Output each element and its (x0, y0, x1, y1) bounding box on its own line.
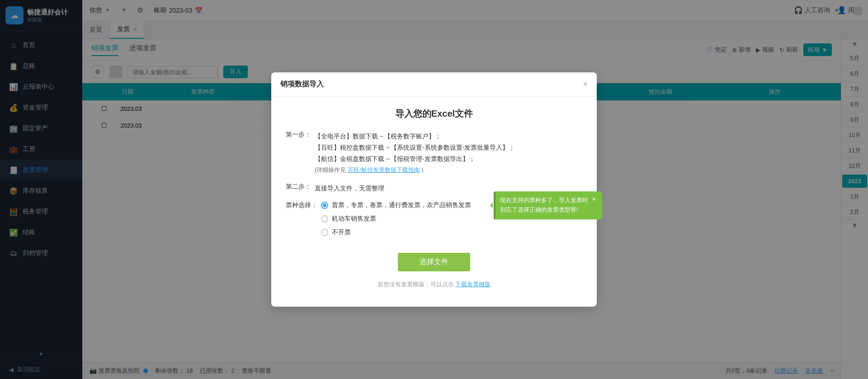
select-file-button[interactable]: 选择文件 (398, 253, 470, 271)
tooltip-bubble: × 现在支持的票种多了，导入发票时别忘了选择正确的发票类型呀! (494, 191, 602, 219)
ticket-select-row: 票种选择： 普票，专票，卷票，通行费发票，农产品销售发票 × 现在支持的票种多了… (286, 201, 582, 242)
modal-header: 销项数据导入 × (271, 72, 597, 97)
radio-motor-label: 机动车销售发票 (332, 215, 376, 223)
step2-content: 直接导入文件，无需整理 (315, 183, 384, 194)
step1-row: 第一步： 【全电平台】数据下载→【税务数字账户】； 【百旺】税控盘数据下载→【系… (286, 131, 582, 175)
radio-motor[interactable]: 机动车销售发票 (321, 215, 471, 223)
modal-overlay[interactable]: 销项数据导入 × 导入您的Excel文件 第一步： 【全电平台】数据下载→【税务… (0, 0, 868, 379)
radio-motor-input[interactable] (321, 215, 328, 223)
tooltip-close-button[interactable]: × (592, 196, 596, 202)
download-template-link[interactable]: 下载发票模版 (455, 281, 491, 288)
step1-line3: 【航信】金税盘数据下载→【报税管理-发票数据导出】； (315, 153, 515, 165)
ticket-select-label: 票种选择： (286, 201, 317, 209)
radio-normal-input[interactable] (321, 202, 328, 209)
radio-normal-label: 普票，专票，卷票，通行费发票，农产品销售发票 (332, 201, 471, 209)
radio-noticket-label: 不开票 (332, 228, 351, 237)
tooltip-bar (494, 191, 495, 219)
modal-body: 导入您的Excel文件 第一步： 【全电平台】数据下载→【税务数字账户】； 【百… (271, 97, 597, 307)
import-modal: 销项数据导入 × 导入您的Excel文件 第一步： 【全电平台】数据下载→【税务… (271, 72, 597, 307)
step1-content: 【全电平台】数据下载→【税务数字账户】； 【百旺】税控盘数据下载→【系统设置-系… (315, 131, 515, 175)
step1-label: 第一步： (286, 131, 311, 139)
radio-noticket[interactable]: 不开票 (321, 228, 471, 237)
step1-note: (详细操作见 百旺/航信发票数据下载指南 ) (315, 165, 515, 175)
step1-line1: 【全电平台】数据下载→【税务数字账户】； (315, 131, 515, 142)
step2-label: 第二步： (286, 183, 311, 191)
guide-link[interactable]: 百旺/航信发票数据下载指南 (348, 166, 420, 173)
modal-title: 销项数据导入 (280, 80, 324, 89)
step1-line2: 【百旺】税控盘数据下载→【系统设置-系统参数设置-发票批量导入】； (315, 142, 515, 153)
radio-group: 普票，专票，卷票，通行费发票，农产品销售发票 × 现在支持的票种多了，导入发票时… (321, 201, 471, 242)
radio-normal[interactable]: 普票，专票，卷票，通行费发票，农产品销售发票 × 现在支持的票种多了，导入发票时… (321, 201, 471, 209)
modal-footer-note: 若您没有发票模版，可以点击 下载发票模版 (286, 280, 582, 298)
tooltip-text: 现在支持的票种多了，导入发票时别忘了选择正确的发票类型呀! (500, 197, 588, 213)
modal-close-button[interactable]: × (583, 80, 588, 89)
modal-main-title: 导入您的Excel文件 (286, 108, 582, 120)
radio-noticket-input[interactable] (321, 229, 328, 236)
